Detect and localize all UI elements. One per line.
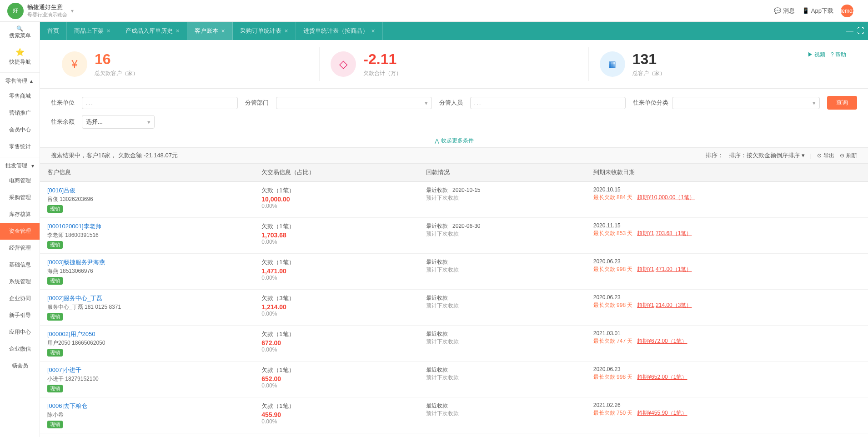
customer-phone: 海燕 18513066976 xyxy=(47,267,247,275)
debt-amount[interactable]: 672.00 xyxy=(261,339,411,347)
tab-close-purchase-stats-by-product[interactable]: ✕ xyxy=(371,28,375,34)
sidebar-item-marketing[interactable]: 营销推广 xyxy=(0,105,40,121)
retail-mgmt-arrow: ▲ xyxy=(29,78,34,85)
overdue-info: 最长欠款 998 天 超期¥1,471.00（1笔） xyxy=(593,266,861,273)
overdue-link[interactable]: 超期¥1,703.68（1笔） xyxy=(637,230,692,236)
tab-close-customer-account[interactable]: ✕ xyxy=(221,28,225,34)
overdue-link[interactable]: 超期¥1,214.00（3笔） xyxy=(637,302,692,308)
video-btn[interactable]: ▶ 视频 xyxy=(808,51,825,59)
person-input[interactable]: ... xyxy=(470,97,626,109)
balance-select[interactable]: 选择... ▾ xyxy=(82,115,155,129)
sidebar-search[interactable]: 🔍 搜索菜单 xyxy=(0,22,40,43)
debt-amount[interactable]: 652.00 xyxy=(261,375,411,382)
customer-table: 客户信息 欠交易信息（占比） 回款情况 到期未收款日期 [0016]吕俊 吕俊 … xyxy=(40,164,868,437)
customer-name-link[interactable]: [000002]用户2050 xyxy=(47,330,247,338)
tab-product-shelf[interactable]: 商品上下架 ✕ xyxy=(67,22,118,40)
debt-amount[interactable]: 10,000.00 xyxy=(261,196,411,203)
tab-close-product-warehouse[interactable]: ✕ xyxy=(176,28,180,34)
customer-name-link[interactable]: [0002]服务中心_丁磊 xyxy=(47,294,247,302)
debt-amount[interactable]: 455.90 xyxy=(261,411,411,418)
status-badge: 现销 xyxy=(47,349,63,357)
customer-info-cell: [000001]黄思源 黄思源 13552700226 现销 xyxy=(40,433,254,437)
tab-close-product-shelf[interactable]: ✕ xyxy=(106,28,110,34)
download-icon: 📱 xyxy=(802,7,809,14)
debt-count: 欠款（1笔） xyxy=(261,330,411,338)
customer-name-link[interactable]: [0016]吕俊 xyxy=(47,186,247,195)
sidebar: 🔍 搜索菜单 ⭐ 快捷导航 零售管理 ▲ 零售商城 营销推广 会员中心 零售统计… xyxy=(0,22,40,437)
sidebar-item-ecommerce[interactable]: 电商管理 xyxy=(0,172,40,189)
debt-count: 欠款（1笔） xyxy=(261,366,411,374)
sidebar-item-enterprise-collab[interactable]: 企业协同 xyxy=(0,290,40,307)
tab-product-warehouse[interactable]: 产成品入库单历史 ✕ xyxy=(118,22,187,40)
customer-name-link[interactable]: [0006]去下粮仓 xyxy=(47,402,247,410)
recovery-cell: 最近收款 预计下次收款 xyxy=(419,326,586,362)
sidebar-item-operations[interactable]: 经营管理 xyxy=(0,240,40,256)
top-bar: 好 畅捷通好生意 母婴行业演示账套 ▾ 💬 消息 📱 App下载 demo2 xyxy=(0,0,868,22)
sidebar-item-quick-nav[interactable]: ⭐ 快捷导航 xyxy=(0,43,40,70)
tab-expand-btn[interactable]: ⛶ xyxy=(857,27,864,35)
tab-minimize-btn[interactable]: — xyxy=(846,27,853,35)
col-due-date: 到期未收款日期 xyxy=(586,164,868,181)
debt-amount[interactable]: 1,471.00 xyxy=(261,267,411,275)
due-date-cell: 2021.03.01 最长欠款 747 天 超期¥672.00（1笔） xyxy=(586,326,868,362)
tab-close-purchase-stats[interactable]: ✕ xyxy=(284,28,288,34)
sidebar-item-inventory[interactable]: 库存核算 xyxy=(0,206,40,223)
sort-arrow: ▾ xyxy=(802,152,805,159)
from-unit-input[interactable]: ... xyxy=(82,97,238,109)
table-container: 客户信息 欠交易信息（占比） 回款情况 到期未收款日期 [0016]吕俊 吕俊 … xyxy=(40,164,868,437)
overdue-info: 最长欠款 998 天 超期¥1,214.00（3笔） xyxy=(593,301,861,309)
debt-amount[interactable]: 1,703.68 xyxy=(261,231,411,239)
col-customer-info: 客户信息 xyxy=(40,164,254,181)
refresh-btn[interactable]: ⊙ 刷新 xyxy=(840,152,857,160)
overdue-link[interactable]: 超期¥10,000.00（1笔） xyxy=(637,194,695,201)
sidebar-item-batch-mgmt[interactable]: 批发管理 ▾ xyxy=(0,159,40,172)
app-download-btn[interactable]: 📱 App下载 xyxy=(802,7,833,15)
sidebar-item-app-center[interactable]: 应用中心 xyxy=(0,324,40,341)
help-btn[interactable]: ? 帮助 xyxy=(831,51,846,59)
due-date-cell: 2021.02.26 最长欠款 750 天 超期¥455.90（1笔） xyxy=(586,397,868,433)
next-payment: 预计下次收款 xyxy=(426,374,579,382)
tab-purchase-stats[interactable]: 采购订单统计表 ✕ xyxy=(233,22,296,40)
sidebar-item-enterprise-wechat[interactable]: 企业微信 xyxy=(0,341,40,357)
next-payment: 预计下次收款 xyxy=(426,302,579,310)
overdue-link[interactable]: 超期¥652.00（1笔） xyxy=(637,374,687,380)
tenant-arrow[interactable]: ▾ xyxy=(71,8,74,14)
message-btn[interactable]: 💬 消息 xyxy=(774,7,795,15)
overdue-link[interactable]: 超期¥455.90（1笔） xyxy=(637,410,687,416)
due-date: 2020.11.15 xyxy=(593,222,861,229)
person-dots: ... xyxy=(474,100,482,106)
search-button[interactable]: 查询 xyxy=(827,96,857,110)
sidebar-item-newbie[interactable]: 新手引导 xyxy=(0,307,40,324)
sort-selector[interactable]: 排序：按欠款金额倒序排序 ▾ xyxy=(729,151,805,160)
customer-name-link[interactable]: [0007]小进千 xyxy=(47,366,247,374)
sidebar-item-retail-stats[interactable]: 零售统计 xyxy=(0,138,40,155)
tenant-selector[interactable]: 母婴行业演示账套 xyxy=(27,11,67,18)
sidebar-item-changyuanid[interactable]: 畅会员 xyxy=(0,357,40,374)
dept-select[interactable]: ▾ xyxy=(276,97,432,109)
unit-category-select[interactable]: ▾ xyxy=(672,97,820,109)
logo-icon: 好 xyxy=(7,3,24,19)
sidebar-item-retail-store[interactable]: 零售商城 xyxy=(0,88,40,105)
status-badge: 现销 xyxy=(47,421,63,428)
sidebar-item-finance[interactable]: 资金管理 xyxy=(0,223,40,240)
col-debt-info: 欠交易信息（占比） xyxy=(254,164,419,181)
customer-name-link[interactable]: [0003]畅捷服务尹海燕 xyxy=(47,258,247,266)
sidebar-item-system[interactable]: 系统管理 xyxy=(0,273,40,290)
sidebar-item-retail-mgmt[interactable]: 零售管理 ▲ xyxy=(0,75,40,88)
collapse-btn[interactable]: ⋀ 收起更多条件 xyxy=(51,134,857,147)
debt-amount[interactable]: 1,214.00 xyxy=(261,303,411,311)
recovery-cell: 最近收款 预计下次收款 xyxy=(419,362,586,397)
overdue-link[interactable]: 超期¥1,471.00（1笔） xyxy=(637,266,692,272)
sidebar-item-purchase-mgmt[interactable]: 采购管理 xyxy=(0,189,40,206)
export-btn[interactable]: ⊙ 导出 xyxy=(817,152,834,160)
customer-name-link[interactable]: [0001020001]李老师 xyxy=(47,222,247,231)
overdue-link[interactable]: 超期¥672.00（1笔） xyxy=(637,338,687,344)
tab-purchase-stats-by-product[interactable]: 进货单统计表（按商品） ✕ xyxy=(296,22,383,40)
sidebar-item-member-center[interactable]: 会员中心 xyxy=(0,121,40,138)
sidebar-item-basic-info[interactable]: 基础信息 xyxy=(0,256,40,273)
tab-home[interactable]: 首页 xyxy=(40,22,67,40)
last-payment: 最近收款 2020-10-15 xyxy=(426,186,579,194)
tab-customer-account[interactable]: 客户账本 ✕ xyxy=(187,22,233,40)
user-avatar[interactable]: demo2 xyxy=(841,5,853,17)
debt-info-cell: 欠款（1笔） 429.00 0.00% xyxy=(254,433,419,437)
